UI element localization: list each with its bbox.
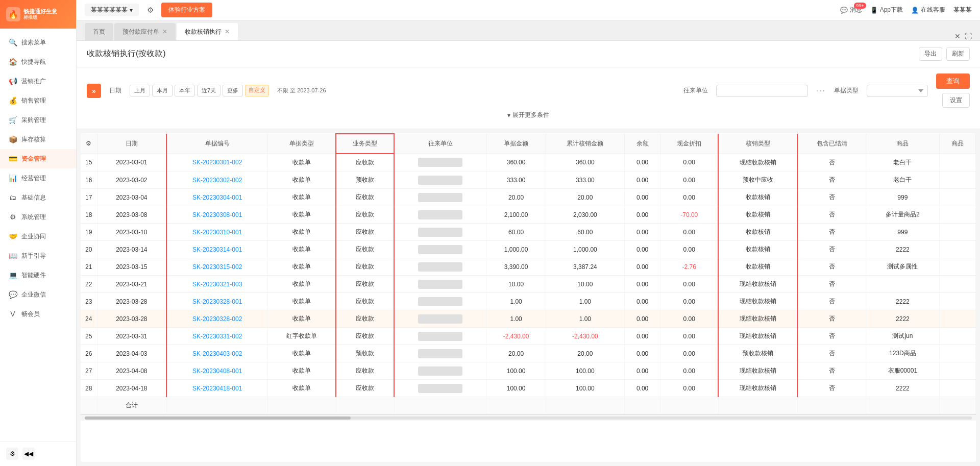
code-link-12[interactable]: SK-20230408-001	[192, 367, 242, 375]
topbar-company[interactable]: 某某某某某某 ▾	[85, 4, 139, 16]
tab-close-1[interactable]: ✕	[162, 28, 167, 35]
table-settings-icon[interactable]: ⚙	[86, 140, 91, 147]
sidebar-item-ops[interactable]: 📊经营管理	[0, 168, 76, 188]
cell-1-2[interactable]: SK-20230302-002	[166, 171, 267, 189]
cell-4-2[interactable]: SK-20230310-001	[166, 224, 267, 241]
message-badge: 99+	[854, 3, 866, 9]
cell-13-2[interactable]: SK-20230418-001	[166, 380, 267, 397]
tab-1[interactable]: 预付款应付单✕	[114, 23, 176, 40]
code-link-10[interactable]: SK-20230331-002	[192, 333, 242, 340]
sidebar-icon-inventory: 📦	[8, 135, 17, 144]
filter-7days[interactable]: 近7天	[197, 85, 220, 96]
topbar-messages[interactable]: 💬 消息 99+	[840, 6, 862, 14]
tab-close-all[interactable]: ✕	[954, 32, 961, 40]
sidebar-item-corp[interactable]: 🤝企业协同	[0, 227, 76, 246]
cell-11-2[interactable]: SK-20230403-002	[166, 345, 267, 362]
filter-more[interactable]: 更多	[223, 85, 243, 96]
sidebar-item-marketing[interactable]: 📢营销推广	[0, 71, 76, 91]
filter-vtype-select[interactable]	[867, 85, 928, 97]
filter-partner-input[interactable]	[716, 85, 808, 97]
filter-last-month[interactable]: 上月	[130, 85, 150, 96]
col-header-9: 现金折扣	[660, 134, 718, 154]
cell-6-7: 3,387.24	[546, 258, 625, 276]
sidebar-item-wechat[interactable]: 💬企业微信	[0, 285, 76, 304]
cell-10-6: -2,430.00	[486, 328, 546, 345]
tab-2[interactable]: 收款核销执行✕	[177, 23, 238, 40]
cell-11-7: 20.00	[546, 345, 625, 362]
tab-close-2[interactable]: ✕	[225, 28, 230, 35]
tab-0[interactable]: 首页	[85, 23, 113, 40]
table-scrollbar[interactable]	[81, 414, 976, 421]
cell-7-3: 收款单	[268, 276, 336, 293]
cell-3-2[interactable]: SK-20230308-001	[166, 206, 267, 224]
cell-10-13	[940, 328, 976, 345]
sidebar-item-hardware[interactable]: 💻智能硬件	[0, 265, 76, 285]
sidebar-item-member[interactable]: V畅会员	[0, 304, 76, 324]
refresh-btn[interactable]: 刷新	[946, 47, 970, 61]
filter-expand-btn[interactable]: ▾ 展开更多条件	[87, 108, 970, 122]
code-link-13[interactable]: SK-20230418-001	[192, 385, 242, 392]
sidebar-item-sales[interactable]: 💰销售管理	[0, 91, 76, 110]
cell-7-2[interactable]: SK-20230321-003	[166, 276, 267, 293]
filter-query-btn[interactable]: 查询	[936, 73, 970, 89]
filter-date-label: 日期	[109, 86, 121, 95]
cell-3-5: ██████	[394, 206, 486, 224]
code-link-0[interactable]: SK-20230301-002	[192, 159, 242, 166]
cell-5-1: 2023-03-14	[97, 241, 166, 258]
sidebar-collapse-icon[interactable]: ◀◀	[22, 448, 35, 460]
sidebar-item-search[interactable]: 🔍搜索菜单	[0, 33, 76, 52]
cell-10-2[interactable]: SK-20230331-002	[166, 328, 267, 345]
cell-9-6: 1.00	[486, 310, 546, 328]
tab-fullscreen[interactable]: ⛶	[965, 32, 972, 40]
cell-9-0: 24	[81, 310, 97, 328]
sidebar-item-finance[interactable]: 💳资金管理	[0, 149, 76, 168]
table-row: 172023-03-04SK-20230304-001收款单应收款██████2…	[81, 189, 976, 206]
cell-8-6: 1.00	[486, 293, 546, 310]
cell-2-3: 收款单	[268, 189, 336, 206]
logo-icon: 🔥	[6, 7, 20, 21]
code-link-9[interactable]: SK-20230328-002	[192, 315, 242, 323]
cell-12-2[interactable]: SK-20230408-001	[166, 362, 267, 380]
trial-btn[interactable]: 体验行业方案	[161, 3, 212, 17]
code-link-3[interactable]: SK-20230308-001	[192, 211, 242, 218]
code-link-1[interactable]: SK-20230302-002	[192, 177, 242, 184]
filter-this-year[interactable]: 本年	[175, 85, 195, 96]
sidebar-icon-member: V	[8, 309, 17, 318]
topbar-right: 💬 消息 99+ 📱 App下载 👤 在线客服 某某某	[840, 6, 972, 14]
topbar-settings-icon[interactable]: ⚙	[143, 3, 157, 17]
cell-13-9: 0.00	[660, 380, 718, 397]
code-link-5[interactable]: SK-20230314-001	[192, 246, 242, 253]
filter-this-month[interactable]: 本月	[152, 85, 173, 96]
code-link-7[interactable]: SK-20230321-003	[192, 281, 242, 288]
sidebar-item-system[interactable]: ⚙系统管理	[0, 207, 76, 227]
sidebar-item-purchase[interactable]: 🛒采购管理	[0, 110, 76, 130]
sidebar-item-guide[interactable]: 📖新手引导	[0, 246, 76, 265]
topbar-left: 某某某某某某 ▾ ⚙ 体验行业方案	[85, 3, 834, 17]
topbar-online-service[interactable]: 👤 在线客服	[911, 6, 945, 14]
cell-5-2[interactable]: SK-20230314-001	[166, 241, 267, 258]
code-link-6[interactable]: SK-20230315-002	[192, 263, 242, 271]
cell-0-4: 应收款	[336, 154, 394, 171]
filter-settings-btn[interactable]: 设置	[942, 93, 970, 108]
sidebar-item-inventory[interactable]: 📦库存核算	[0, 130, 76, 149]
sidebar-item-base[interactable]: 🗂基础信息	[0, 188, 76, 207]
export-btn[interactable]: 导出	[919, 47, 942, 61]
filter-date-options: 上月 本月 本年 近7天 更多 自定义	[130, 85, 269, 96]
cell-12-9: 0.00	[660, 362, 718, 380]
code-link-2[interactable]: SK-20230304-001	[192, 194, 242, 201]
filter-custom-btn[interactable]: 自定义	[245, 85, 269, 96]
cell-8-2[interactable]: SK-20230328-001	[166, 293, 267, 310]
cell-6-2[interactable]: SK-20230315-002	[166, 258, 267, 276]
topbar-app-download[interactable]: 📱 App下载	[870, 6, 903, 14]
app-label: App下载	[880, 6, 903, 14]
sidebar-item-nav[interactable]: 🏠快捷导航	[0, 52, 76, 71]
sidebar-settings-icon[interactable]: ⚙	[6, 448, 18, 460]
code-link-8[interactable]: SK-20230328-001	[192, 298, 242, 305]
sidebar-icon-wechat: 💬	[8, 290, 17, 299]
filter-toggle-btn[interactable]: »	[87, 84, 101, 98]
code-link-4[interactable]: SK-20230310-001	[192, 229, 242, 236]
cell-2-2[interactable]: SK-20230304-001	[166, 189, 267, 206]
code-link-11[interactable]: SK-20230403-002	[192, 350, 242, 357]
cell-9-2[interactable]: SK-20230328-002	[166, 310, 267, 328]
cell-0-2[interactable]: SK-20230301-002	[166, 154, 267, 171]
